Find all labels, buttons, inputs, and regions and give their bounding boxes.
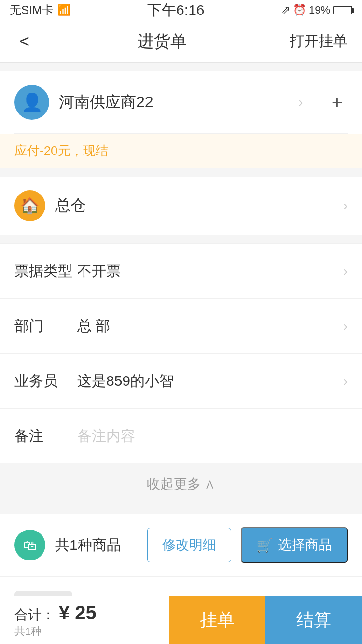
status-right: ⇗ ⏰ 19% xyxy=(281,4,352,16)
wifi-icon: 📶 xyxy=(57,4,70,16)
settle-button[interactable]: 结算 xyxy=(265,596,362,644)
salesperson-value: 这是859的小智 xyxy=(77,371,343,391)
gap-2 xyxy=(0,168,362,177)
edit-detail-button[interactable]: 修改明细 xyxy=(147,528,231,562)
collapse-label: 收起更多 ∧ xyxy=(147,476,216,491)
warehouse-chevron-icon: › xyxy=(343,198,348,213)
collapse-bar[interactable]: 收起更多 ∧ xyxy=(0,463,362,505)
supplier-avatar: 👤 xyxy=(14,85,49,120)
total-label: 合计： xyxy=(14,607,55,622)
status-bar: 无SIM卡 📶 下午6:16 ⇗ ⏰ 19% xyxy=(0,0,362,20)
remark-label: 备注 xyxy=(14,426,77,446)
cart-icon: 🛍 xyxy=(23,537,37,553)
supplier-name[interactable]: 河南供应商22 xyxy=(59,92,298,113)
time-display: 下午6:16 xyxy=(147,0,204,20)
carrier-text: 无SIM卡 xyxy=(10,2,54,18)
supplier-row: 👤 河南供应商22 › + xyxy=(14,71,348,134)
salesperson-row[interactable]: 业务员 这是859的小智 › xyxy=(0,353,362,408)
alarm-icon: ⏰ xyxy=(293,4,306,16)
select-icon: 🛒 xyxy=(256,537,273,553)
remark-input[interactable]: 备注内容 xyxy=(77,426,348,446)
total-section: 合计： ¥ 25 共1种 xyxy=(0,602,169,639)
salesperson-chevron-icon: › xyxy=(343,374,348,389)
warehouse-section: 🏠 总仓 › xyxy=(0,177,362,235)
invoice-value: 不开票 xyxy=(77,261,343,281)
select-product-button[interactable]: 🛒 选择商品 xyxy=(241,527,348,563)
notice-text: 应付-20元，现结 xyxy=(14,143,108,158)
invoice-type-row[interactable]: 票据类型 不开票 › xyxy=(0,243,362,298)
product-header: 🛍 共1种商品 修改明细 🛒 选择商品 xyxy=(0,514,362,577)
bottom-bar: 合计： ¥ 25 共1种 挂单 结算 xyxy=(0,596,362,644)
hang-label: 挂单 xyxy=(200,608,235,632)
total-amount: ¥ 25 xyxy=(59,602,97,623)
supplier-add-button[interactable]: + xyxy=(327,92,348,113)
gap-4 xyxy=(0,505,362,514)
supplier-divider xyxy=(315,90,315,114)
department-value: 总 部 xyxy=(77,316,343,336)
salesperson-label: 业务员 xyxy=(14,371,77,391)
total-row: 合计： ¥ 25 xyxy=(14,602,154,624)
location-icon: ⇗ xyxy=(281,4,290,16)
remark-row[interactable]: 备注 备注内容 xyxy=(0,408,362,463)
battery-icon xyxy=(333,6,352,14)
invoice-chevron-icon: › xyxy=(343,264,348,279)
gap-3 xyxy=(0,235,362,243)
select-label: 选择商品 xyxy=(278,536,332,554)
product-header-icon: 🛍 xyxy=(14,530,45,560)
status-left: 无SIM卡 📶 xyxy=(10,2,70,18)
avatar-icon: 👤 xyxy=(21,92,43,112)
supplier-chevron-icon: › xyxy=(298,95,303,110)
supplier-section: 👤 河南供应商22 › + xyxy=(0,71,362,134)
warehouse-name: 总仓 xyxy=(55,195,343,216)
back-button[interactable]: < xyxy=(14,27,34,56)
settle-label: 结算 xyxy=(296,608,331,632)
department-label: 部门 xyxy=(14,316,77,336)
battery-percent: 19% xyxy=(309,4,330,16)
open-hang-button[interactable]: 打开挂单 xyxy=(290,31,348,51)
page-title: 进货单 xyxy=(138,30,187,53)
total-count: 共1种 xyxy=(14,624,154,639)
notice-bar: 应付-20元，现结 xyxy=(0,134,362,168)
department-chevron-icon: › xyxy=(343,319,348,334)
nav-bar: < 进货单 打开挂单 xyxy=(0,20,362,63)
gap-1 xyxy=(0,63,362,71)
department-row[interactable]: 部门 总 部 › xyxy=(0,298,362,353)
invoice-label: 票据类型 xyxy=(14,261,77,281)
warehouse-row[interactable]: 🏠 总仓 › xyxy=(14,177,348,235)
product-count: 共1种商品 xyxy=(55,535,138,555)
hang-button[interactable]: 挂单 xyxy=(169,596,265,644)
warehouse-icon: 🏠 xyxy=(14,190,45,221)
